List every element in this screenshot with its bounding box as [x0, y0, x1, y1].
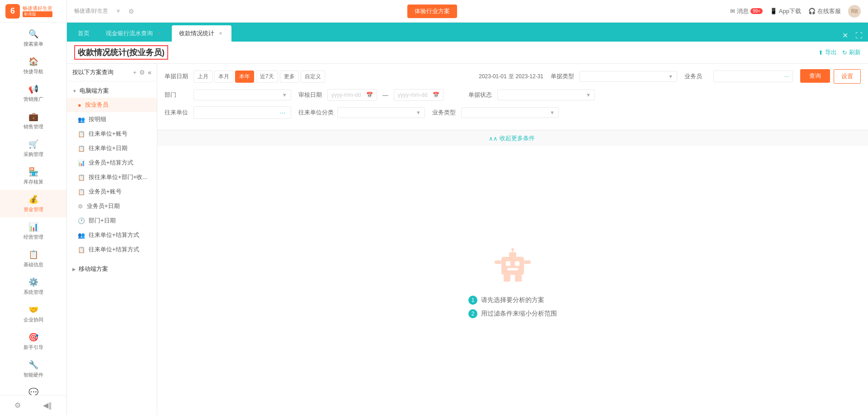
scheme-item-by-staff[interactable]: ● 按业务员 — [67, 98, 157, 112]
tab-bank-flow-close[interactable]: × — [156, 30, 163, 37]
sidebar-item-basic[interactable]: 📋 基础信息 — [0, 245, 66, 273]
counterparty-category-select[interactable]: ▼ — [337, 107, 425, 118]
settings-header-icon[interactable]: ⚙ — [128, 8, 134, 15]
scheme-add-icon[interactable]: + — [133, 69, 137, 76]
review-from-placeholder: yyyy-mm-dd — [331, 92, 361, 98]
logo-icon: 6 — [5, 4, 20, 19]
empty-state: 1 请先选择要分析的方案 2 用过滤条件来缩小分析范围 — [157, 146, 868, 415]
sidebar-item-search[interactable]: 🔍 搜索菜单 — [0, 24, 66, 52]
query-button[interactable]: 查询 — [800, 69, 830, 83]
message-item[interactable]: ✉ 消息 99+ — [730, 7, 763, 15]
step-2-num: 2 — [468, 309, 477, 318]
purchase-nav-icon: 🛒 — [28, 139, 38, 149]
app-download-item[interactable]: 📱 App下载 — [770, 7, 801, 15]
dept-date-label: 部门+日期 — [89, 217, 116, 225]
counterparty-select[interactable]: ··· — [193, 106, 291, 119]
workspace-button[interactable]: 体验行业方案 — [407, 5, 457, 18]
svg-rect-1 — [501, 257, 524, 275]
collapse-bar[interactable]: ∧∧ 收起更多条件 — [157, 130, 868, 146]
sidebar-item-finance[interactable]: 💰 资金管理 — [0, 190, 66, 217]
dept-label: 部门 — [165, 91, 190, 99]
scheme-settings-icon[interactable]: ⚙ — [139, 69, 145, 76]
sidebar: 6 畅捷通好生意 标准版 🔍 搜索菜单 🏠 快捷导航 📢 营销推广 💼 销售管理… — [0, 0, 67, 415]
scheme-item-unit-account[interactable]: 📋 往来单位+账号 — [67, 127, 157, 141]
refresh-button[interactable]: ↻ 刷新 — [842, 48, 861, 57]
unit-settle2-label: 往来单位+结算方式 — [89, 245, 139, 254]
hardware-nav-icon: 🔧 — [28, 360, 38, 370]
scheme-group-desktop-title[interactable]: ▼ 电脑端方案 — [67, 84, 157, 98]
date-btn-last-month[interactable]: 上月 — [193, 71, 212, 83]
tab-maximize-icon[interactable]: ⛶ — [854, 30, 864, 42]
date-dash: — — [381, 92, 390, 99]
sidebar-item-marketing[interactable]: 📢 营销推广 — [0, 80, 66, 107]
review-date-to[interactable]: yyyy-mm-dd 📅 — [394, 89, 443, 101]
message-label: 消息 — [737, 7, 749, 15]
date-range-from: 2023-01-01 — [479, 73, 506, 80]
scheme-item-unit-date[interactable]: 📋 往来单位+日期 — [67, 141, 157, 156]
sales-nav-icon: 💼 — [28, 112, 38, 122]
staff-more-icon[interactable]: ··· — [784, 73, 789, 80]
scheme-item-unit-settle1[interactable]: 👥 往来单位+结算方式 — [67, 228, 157, 242]
sidebar-item-sales[interactable]: 💼 销售管理 — [0, 107, 66, 135]
tab-home[interactable]: 首页 — [71, 25, 97, 42]
tab-bank-flow[interactable]: 现金银行流水查询 × — [99, 25, 170, 42]
business-type-label: 业务类型 — [432, 108, 458, 117]
date-group: 上月 本月 本年 近7天 更多 自定义 — [193, 71, 475, 83]
date-btn-this-month[interactable]: 本月 — [214, 71, 233, 83]
date-btn-custom[interactable]: 自定义 — [301, 71, 325, 83]
date-btn-more[interactable]: 更多 — [280, 71, 299, 83]
scheme-item-staff-account[interactable]: 📋 业务员+账号 — [67, 184, 157, 199]
scheme-item-staff-settle[interactable]: 📊 业务员+结算方式 — [67, 156, 157, 170]
setting-button[interactable]: 设置 — [834, 69, 861, 84]
sidebar-logo: 6 畅捷通好生意 标准版 — [0, 0, 66, 23]
sidebar-item-quick-nav[interactable]: 🏠 快捷导航 — [0, 52, 66, 80]
counterparty-more-icon[interactable]: ··· — [278, 109, 287, 116]
scheme-item-by-detail[interactable]: 👥 按明细 — [67, 112, 157, 127]
sidebar-item-newbie[interactable]: 🎯 新手引导 — [0, 328, 66, 355]
filter-actions: 查询 设置 — [800, 69, 861, 84]
filter-row-2: 部门 ▼ 审核日期 yyyy-mm-dd 📅 — [165, 89, 861, 101]
tab-collection-stats[interactable]: 收款情况统计 × — [172, 25, 231, 42]
sidebar-item-inventory[interactable]: 🏪 库存核算 — [0, 162, 66, 190]
scheme-collapse-icon[interactable]: « — [148, 69, 151, 76]
marketing-nav-icon: 📢 — [28, 84, 38, 94]
staff-select[interactable]: ··· — [713, 71, 793, 82]
svg-point-7 — [511, 248, 514, 251]
scheme-group-desktop: ▼ 电脑端方案 ● 按业务员 👥 按明细 📋 往来单位+账号 — [67, 81, 157, 259]
calendar-from-icon[interactable]: 📅 — [366, 92, 373, 98]
collapse-sidebar-icon[interactable]: ◀‖ — [41, 399, 54, 411]
calendar-to-icon[interactable]: 📅 — [433, 92, 439, 98]
scheme-panel: 按以下方案查询 + ⚙ « — [67, 64, 157, 415]
collapse-icon: ∧∧ — [489, 135, 498, 142]
tab-close-window-icon[interactable]: ✕ — [840, 29, 850, 42]
sidebar-item-wechat[interactable]: 💬 企业微信 — [0, 383, 66, 395]
business-type-select[interactable]: ▼ — [461, 107, 559, 118]
filter-item-doc-status: 单据状态 ▼ — [468, 90, 595, 100]
scheme-item-unit-settle2[interactable]: 📋 往来单位+结算方式 — [67, 242, 157, 257]
dept-select[interactable]: ▼ — [193, 90, 291, 100]
date-btn-7days[interactable]: 近7天 — [256, 71, 278, 83]
tab-collection-stats-close[interactable]: × — [217, 30, 224, 37]
sidebar-item-hardware[interactable]: 🔧 智能硬件 — [0, 355, 66, 383]
doc-status-select[interactable]: ▼ — [497, 90, 595, 100]
doc-type-select[interactable]: ▼ — [580, 71, 677, 82]
scheme-item-dept-date[interactable]: 🕐 部门+日期 — [67, 213, 157, 228]
sidebar-item-purchase[interactable]: 🛒 采购管理 — [0, 135, 66, 162]
scheme-item-unit-dept-collect[interactable]: 📋 按往来单位+部门+收... — [67, 170, 157, 184]
scheme-item-staff-date[interactable]: ⚙ 业务员+日期 — [67, 199, 157, 213]
user-avatar[interactable]: Rit — [848, 5, 861, 18]
desktop-group-arrow: ▼ — [72, 89, 77, 94]
review-date-from[interactable]: yyyy-mm-dd 📅 — [327, 89, 377, 101]
sidebar-item-operation[interactable]: 📊 经营管理 — [0, 217, 66, 245]
empty-step-1: 1 请先选择要分析的方案 — [468, 296, 557, 305]
online-service-item[interactable]: 🎧 在线客服 — [808, 7, 841, 15]
filter-item-doc-type: 单据类型 ▼ — [551, 71, 677, 82]
export-button[interactable]: ⬆ 导出 — [818, 48, 837, 57]
settings-bottom-icon[interactable]: ⚙ — [13, 399, 23, 411]
sidebar-item-system[interactable]: ⚙️ 系统管理 — [0, 273, 66, 300]
scheme-group-mobile-title[interactable]: ▶ 移动端方案 — [67, 262, 157, 276]
date-range-separator: 至 — [509, 73, 514, 80]
wechat-nav-icon: 💬 — [28, 387, 38, 395]
date-btn-this-year[interactable]: 本年 — [235, 71, 254, 83]
sidebar-item-enterprise[interactable]: 🤝 企业协同 — [0, 300, 66, 328]
